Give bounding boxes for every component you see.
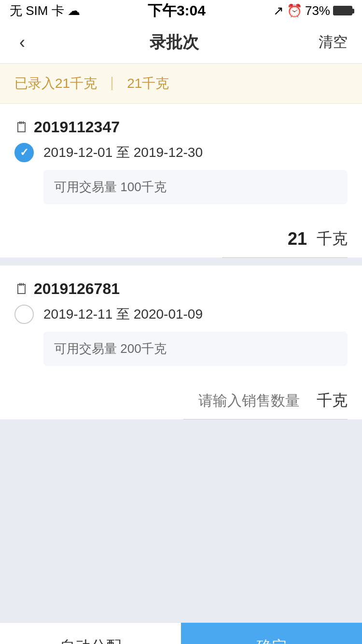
qty-input-2[interactable] [124, 392, 307, 409]
status-left: 无 SIM 卡 ☁ [10, 2, 80, 19]
summary-banner: 已录入21千克 21千克 [0, 64, 362, 104]
location-icon: ↗ [273, 3, 284, 18]
batch-card-1: 🗒 2019112347 2019-12-01 至 2019-12-30 可用交… [0, 104, 362, 219]
batch-header-2: 🗒 2019126781 [14, 280, 348, 298]
total-amount: 21千克 [127, 74, 169, 93]
qty-row-1: 21 千克 [0, 219, 362, 257]
qty-unit-1: 千克 [317, 228, 348, 250]
clear-button[interactable]: 清空 [319, 32, 348, 52]
sim-label: 无 SIM 卡 ☁ [10, 2, 80, 19]
batch-date-row-1: 2019-12-01 至 2019-12-30 [14, 143, 348, 162]
batch-doc-icon-2: 🗒 [14, 281, 29, 297]
batch-header-1: 🗒 2019112347 [14, 118, 348, 136]
status-time: 下午3:04 [148, 1, 206, 21]
battery-icon [333, 6, 352, 15]
status-bar: 无 SIM 卡 ☁ 下午3:04 ↗ ⏰ 73% [0, 0, 362, 21]
input-row-2: 千克 [0, 380, 362, 419]
quantity-section-1: 21 千克 [0, 219, 362, 258]
battery-percent: 73% [305, 3, 330, 18]
recorded-amount: 已录入21千克 [14, 74, 97, 93]
page-title: 录批次 [150, 31, 199, 54]
input-unit-2: 千克 [317, 390, 348, 411]
back-button[interactable]: ‹ [14, 28, 30, 57]
nav-bar: ‹ 录批次 清空 [0, 21, 362, 64]
batch-available-2: 可用交易量 200千克 [43, 332, 348, 366]
batch-available-1: 可用交易量 100千克 [43, 170, 348, 204]
batch-date-row-2: 2019-12-11 至 2020-01-09 [14, 305, 348, 324]
section-separator [0, 258, 362, 266]
summary-divider [111, 77, 112, 90]
status-right: ↗ ⏰ 73% [273, 3, 352, 18]
batch-id-1: 2019112347 [34, 118, 120, 136]
auto-distribute-button[interactable]: 自动分配 [0, 623, 181, 644]
batch-radio-1[interactable] [14, 143, 34, 162]
confirm-button[interactable]: 确定 [181, 623, 362, 644]
batch-id-2: 2019126781 [34, 280, 120, 298]
bottom-bar: 自动分配 确定 [0, 622, 362, 644]
alarm-icon: ⏰ [287, 3, 302, 18]
batch-doc-icon-1: 🗒 [14, 119, 29, 136]
gray-spacer [0, 420, 362, 622]
batch-date-2: 2019-12-11 至 2020-01-09 [43, 305, 203, 323]
qty-value-1: 21 [278, 229, 307, 249]
batch-card-2: 🗒 2019126781 2019-12-11 至 2020-01-09 可用交… [0, 266, 362, 380]
input-section-2: 千克 [0, 380, 362, 420]
batch-radio-2[interactable] [14, 305, 34, 324]
batch-date-1: 2019-12-01 至 2019-12-30 [43, 143, 203, 162]
